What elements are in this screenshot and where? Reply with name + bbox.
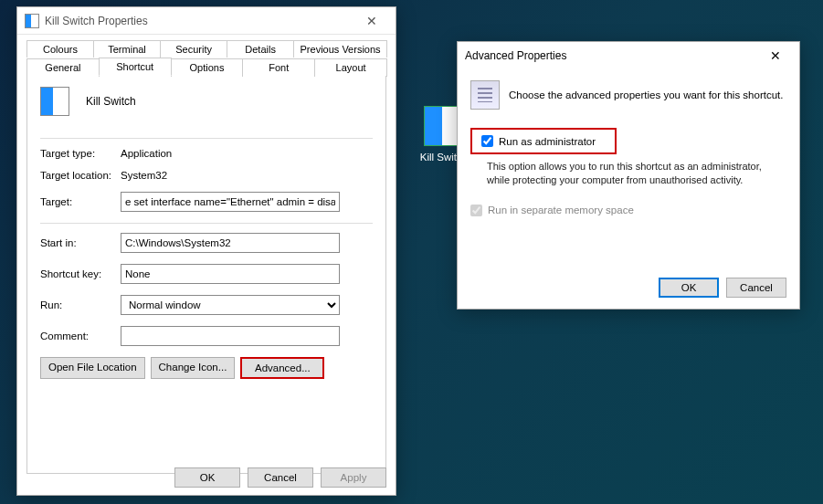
run-as-admin-checkbox[interactable] <box>481 135 493 147</box>
target-type-value: Application <box>121 148 373 159</box>
advanced-properties-dialog: Advanced Properties ✕ Choose the advance… <box>457 41 800 310</box>
properties-dialog: Kill Switch Properties ✕ Colours Termina… <box>16 6 396 496</box>
tab-layout[interactable]: Layout <box>314 58 387 77</box>
shortcut-key-input[interactable] <box>121 264 340 284</box>
properties-icon <box>470 80 500 110</box>
memory-space-label: Run in separate memory space <box>488 205 634 215</box>
tab-previous-versions[interactable]: Previous Versions <box>293 40 387 58</box>
tab-font[interactable]: Font <box>242 58 315 77</box>
advanced-button[interactable]: Advanced... <box>240 357 324 379</box>
dialog-buttons: OK Cancel <box>659 278 786 298</box>
app-icon <box>40 87 69 116</box>
run-as-admin-row[interactable]: Run as administrator <box>470 128 617 154</box>
app-name: Kill Switch <box>86 95 136 108</box>
run-select[interactable]: Normal window <box>121 295 340 315</box>
close-icon[interactable]: ✕ <box>355 14 388 28</box>
window-title: Advanced Properties <box>465 49 759 62</box>
tab-shortcut[interactable]: Shortcut <box>99 58 172 76</box>
comment-input[interactable] <box>121 326 340 346</box>
close-icon[interactable]: ✕ <box>759 48 792 63</box>
tab-terminal[interactable]: Terminal <box>93 40 161 58</box>
target-label: Target: <box>40 196 121 207</box>
tab-options[interactable]: Options <box>171 58 244 77</box>
target-type-label: Target type: <box>40 148 121 159</box>
comment-label: Comment: <box>40 331 121 341</box>
ok-button[interactable]: OK <box>174 467 240 488</box>
run-label: Run: <box>40 299 121 310</box>
apply-button[interactable]: Apply <box>321 467 386 488</box>
tab-security[interactable]: Security <box>160 40 227 58</box>
window-title: Kill Switch Properties <box>45 15 355 27</box>
intro-row: Choose the advanced properties you want … <box>470 80 786 110</box>
memory-space-checkbox <box>470 205 482 216</box>
tab-row-2: General Shortcut Options Font Layout <box>17 58 396 76</box>
tab-row-1: Colours Terminal Security Details Previo… <box>17 40 396 58</box>
target-input[interactable] <box>121 192 340 212</box>
start-in-input[interactable] <box>121 233 340 253</box>
intro-text: Choose the advanced properties you want … <box>509 89 783 100</box>
memory-space-row: Run in separate memory space <box>470 205 786 216</box>
run-as-admin-desc: This option allows you to run this short… <box>487 160 786 188</box>
tab-general[interactable]: General <box>26 58 100 77</box>
target-location-label: Target location: <box>40 170 121 181</box>
cancel-button[interactable]: Cancel <box>248 467 313 488</box>
start-in-label: Start in: <box>40 237 121 248</box>
cancel-button[interactable]: Cancel <box>726 278 786 298</box>
separator <box>40 223 373 224</box>
tab-colours[interactable]: Colours <box>26 40 94 58</box>
run-as-admin-label: Run as administrator <box>499 136 596 147</box>
open-file-location-button[interactable]: Open File Location <box>40 357 145 379</box>
window-icon <box>25 14 39 28</box>
target-location-value: System32 <box>121 170 373 181</box>
ok-button[interactable]: OK <box>659 278 719 298</box>
tab-details[interactable]: Details <box>227 40 294 58</box>
shortcut-panel: Kill Switch Target type: Application Tar… <box>26 76 386 474</box>
titlebar: Advanced Properties ✕ <box>458 42 799 69</box>
separator <box>40 138 373 139</box>
shortcut-key-label: Shortcut key: <box>40 268 121 279</box>
dialog-buttons: OK Cancel Apply <box>174 467 386 488</box>
titlebar: Kill Switch Properties ✕ <box>17 7 396 35</box>
change-icon-button[interactable]: Change Icon... <box>151 357 236 379</box>
